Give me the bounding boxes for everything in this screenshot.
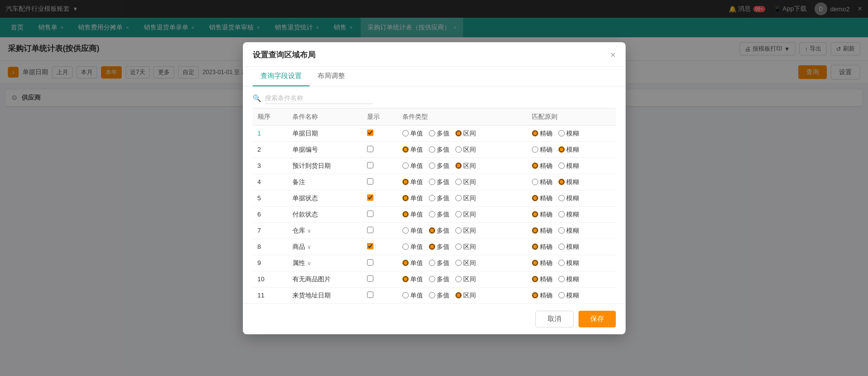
type-radio-item-单值[interactable]: 单值 <box>402 242 423 251</box>
match-radio-精确[interactable] <box>532 130 538 136</box>
type-radio-区间[interactable] <box>455 146 462 153</box>
type-radio-item-区间[interactable]: 区间 <box>455 145 476 154</box>
tab-layout-adjust[interactable]: 布局调整 <box>310 67 353 86</box>
type-radio-区间[interactable] <box>455 130 462 136</box>
match-radio-item-精确[interactable]: 精确 <box>532 178 552 187</box>
match-radio-item-精确[interactable]: 精确 <box>532 161 552 170</box>
modal-close-button[interactable]: × <box>610 51 616 59</box>
match-radio-模糊[interactable] <box>558 260 565 266</box>
match-radio-精确[interactable] <box>532 243 538 250</box>
match-radio-精确[interactable] <box>532 162 538 169</box>
match-radio-精确[interactable] <box>532 292 538 298</box>
type-radio-单值[interactable] <box>402 179 409 185</box>
type-radio-item-单值[interactable]: 单值 <box>402 210 423 219</box>
match-radio-模糊[interactable] <box>558 211 565 217</box>
type-radio-单值[interactable] <box>402 243 409 250</box>
type-radio-多值[interactable] <box>429 179 435 185</box>
type-radio-单值[interactable] <box>402 146 409 153</box>
type-radio-item-区间[interactable]: 区间 <box>455 259 476 268</box>
type-radio-item-单值[interactable]: 单值 <box>402 194 423 203</box>
match-radio-模糊[interactable] <box>558 227 565 234</box>
type-radio-item-多值[interactable]: 多值 <box>429 210 449 219</box>
match-radio-item-精确[interactable]: 精确 <box>532 194 552 203</box>
modal-overlay[interactable]: 设置查询区域布局 × 查询字段设置 布局调整 🔍 顺序 条件名称 <box>0 0 868 376</box>
cancel-button[interactable]: 取消 <box>535 311 574 327</box>
match-radio-item-精确[interactable]: 精确 <box>532 291 552 300</box>
display-checkbox[interactable] <box>367 275 373 282</box>
type-radio-item-区间[interactable]: 区间 <box>455 161 476 170</box>
type-radio-多值[interactable] <box>429 211 435 217</box>
type-radio-item-单值[interactable]: 单值 <box>402 161 423 170</box>
match-radio-item-模糊[interactable]: 模糊 <box>558 194 579 203</box>
type-radio-多值[interactable] <box>429 276 435 282</box>
match-radio-模糊[interactable] <box>558 130 565 136</box>
type-radio-item-区间[interactable]: 区间 <box>455 129 476 138</box>
match-radio-item-模糊[interactable]: 模糊 <box>558 291 579 300</box>
display-checkbox[interactable] <box>367 211 373 217</box>
type-radio-item-多值[interactable]: 多值 <box>429 226 449 235</box>
type-radio-item-单值[interactable]: 单值 <box>402 275 423 284</box>
match-radio-模糊[interactable] <box>558 292 565 298</box>
match-radio-item-精确[interactable]: 精确 <box>532 210 552 219</box>
type-radio-item-区间[interactable]: 区间 <box>455 194 476 203</box>
type-radio-单值[interactable] <box>402 162 409 169</box>
type-radio-item-区间[interactable]: 区间 <box>455 291 476 300</box>
type-radio-item-多值[interactable]: 多值 <box>429 291 449 300</box>
type-radio-单值[interactable] <box>402 211 409 217</box>
match-radio-模糊[interactable] <box>558 243 565 250</box>
type-radio-item-多值[interactable]: 多值 <box>429 178 449 187</box>
type-radio-区间[interactable] <box>455 211 462 217</box>
match-radio-模糊[interactable] <box>558 179 565 185</box>
type-radio-多值[interactable] <box>429 130 435 136</box>
match-radio-item-模糊[interactable]: 模糊 <box>558 210 579 219</box>
type-radio-单值[interactable] <box>402 227 409 234</box>
type-radio-多值[interactable] <box>429 162 435 169</box>
type-radio-多值[interactable] <box>429 227 435 234</box>
match-radio-item-模糊[interactable]: 模糊 <box>558 145 579 154</box>
match-radio-item-模糊[interactable]: 模糊 <box>558 275 579 284</box>
type-radio-item-单值[interactable]: 单值 <box>402 291 423 300</box>
match-radio-精确[interactable] <box>532 195 538 201</box>
match-radio-精确[interactable] <box>532 179 538 185</box>
match-radio-模糊[interactable] <box>558 276 565 282</box>
save-button[interactable]: 保存 <box>579 311 616 327</box>
type-radio-单值[interactable] <box>402 260 409 266</box>
match-radio-item-模糊[interactable]: 模糊 <box>558 161 579 170</box>
type-radio-item-区间[interactable]: 区间 <box>455 226 476 235</box>
type-radio-区间[interactable] <box>455 243 462 250</box>
type-radio-单值[interactable] <box>402 276 409 282</box>
type-radio-多值[interactable] <box>429 195 435 201</box>
type-radio-item-多值[interactable]: 多值 <box>429 275 449 284</box>
type-radio-区间[interactable] <box>455 227 462 234</box>
match-radio-精确[interactable] <box>532 227 538 234</box>
match-radio-模糊[interactable] <box>558 195 565 201</box>
match-radio-精确[interactable] <box>532 260 538 266</box>
match-radio-item-精确[interactable]: 精确 <box>532 226 552 235</box>
match-radio-item-精确[interactable]: 精确 <box>532 259 552 268</box>
display-checkbox[interactable] <box>367 292 373 298</box>
display-checkbox[interactable] <box>367 227 373 233</box>
type-radio-item-多值[interactable]: 多值 <box>429 161 449 170</box>
type-radio-多值[interactable] <box>429 243 435 250</box>
match-radio-item-模糊[interactable]: 模糊 <box>558 242 579 251</box>
match-radio-item-模糊[interactable]: 模糊 <box>558 226 579 235</box>
type-radio-item-单值[interactable]: 单值 <box>402 178 423 187</box>
display-checkbox[interactable] <box>367 130 373 136</box>
match-radio-item-模糊[interactable]: 模糊 <box>558 129 579 138</box>
match-radio-精确[interactable] <box>532 211 538 217</box>
display-checkbox[interactable] <box>367 178 373 185</box>
type-radio-item-单值[interactable]: 单值 <box>402 259 423 268</box>
display-checkbox[interactable] <box>367 162 373 168</box>
display-checkbox[interactable] <box>367 194 373 201</box>
match-radio-item-精确[interactable]: 精确 <box>532 242 552 251</box>
match-radio-模糊[interactable] <box>558 162 565 169</box>
type-radio-单值[interactable] <box>402 195 409 201</box>
display-checkbox[interactable] <box>367 243 373 249</box>
type-radio-item-区间[interactable]: 区间 <box>455 242 476 251</box>
type-radio-item-区间[interactable]: 区间 <box>455 178 476 187</box>
type-radio-区间[interactable] <box>455 260 462 266</box>
display-checkbox[interactable] <box>367 146 373 152</box>
type-radio-item-区间[interactable]: 区间 <box>455 275 476 284</box>
match-radio-模糊[interactable] <box>558 146 565 153</box>
type-radio-多值[interactable] <box>429 260 435 266</box>
